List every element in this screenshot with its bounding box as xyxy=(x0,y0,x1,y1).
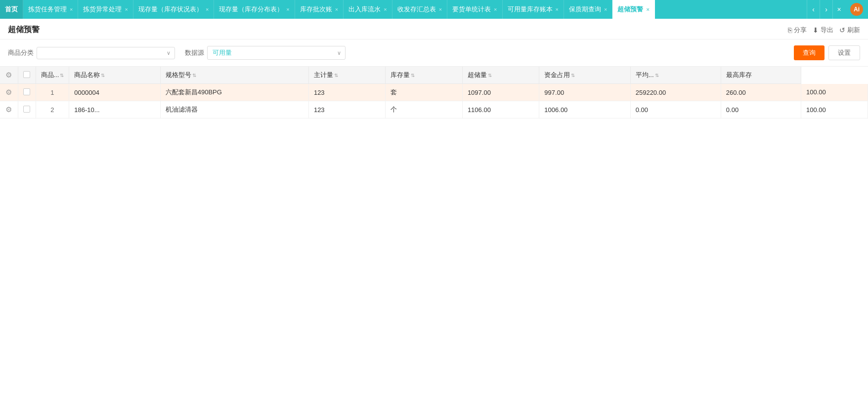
col-header-overstock[interactable]: 超储量⇅ xyxy=(462,67,539,84)
category-filter: 商品分类 ∨ xyxy=(8,47,175,59)
nav-close-exception-handle[interactable]: × xyxy=(125,6,128,12)
gear-icon[interactable]: ⚙ xyxy=(5,71,12,79)
col-header-unit[interactable]: 主计量⇅ xyxy=(308,67,385,84)
nav-item-batch-account[interactable]: 库存批次账× xyxy=(295,0,344,19)
nav-close-available-account[interactable]: × xyxy=(556,6,559,12)
page-content: 超储预警 ⎘ 分享 ⬇ 导出 ↺ 刷新 商品分类 ∨ 数据源 xyxy=(0,19,868,395)
nav-close-quality-check[interactable]: × xyxy=(604,6,607,12)
row-cb-0[interactable] xyxy=(23,88,30,95)
data-table: ⚙ 商品...⇅ 商品名称⇅ 规格型号⇅ 主计量⇅ xyxy=(0,67,868,118)
col-header-gear: ⚙ xyxy=(0,67,18,84)
query-button[interactable]: 查询 xyxy=(794,45,825,60)
row-spec-0: 123 xyxy=(308,84,385,101)
export-icon: ⬇ xyxy=(813,26,819,34)
col-header-stock[interactable]: 库存量⇅ xyxy=(386,67,462,84)
row-product-code-1: 186-10... xyxy=(69,101,160,118)
row-avg-1: 0.00 xyxy=(721,101,801,118)
row-avg-0: 260.00 xyxy=(721,84,801,101)
category-select[interactable]: ∨ xyxy=(37,47,175,59)
filter-bar: 商品分类 ∨ 数据源 可用量 ∨ 查询 设置 xyxy=(0,40,868,67)
nav-item-inout-flow[interactable]: 出入库流水× xyxy=(344,0,392,19)
nav-close-inventory-dist[interactable]: × xyxy=(286,6,289,12)
refresh-button[interactable]: ↺ 刷新 xyxy=(839,26,860,35)
refresh-icon: ↺ xyxy=(839,26,845,34)
nav-close-batch-account[interactable]: × xyxy=(335,6,338,12)
category-label: 商品分类 xyxy=(8,48,34,57)
nav-item-order-stats[interactable]: 要货单统计表× xyxy=(447,0,502,19)
row-stock-0: 1097.00 xyxy=(462,84,539,101)
nav-arrow-left[interactable]: ‹ xyxy=(807,0,820,19)
share-button[interactable]: ⎘ 分享 xyxy=(788,26,807,35)
nav-close-inventory-status[interactable]: × xyxy=(206,6,209,12)
table-row: ⚙ 1 0000004 六配套新昌490BPG 123 套 1097.00 99… xyxy=(0,84,868,101)
row-unit-1: 个 xyxy=(386,101,462,118)
row-index-0: 1 xyxy=(36,84,69,101)
col-header-checkbox xyxy=(18,67,36,84)
col-header-product-name[interactable]: 商品名称⇅ xyxy=(69,67,160,84)
datasource-label: 数据源 xyxy=(185,48,204,57)
row-checkbox-1[interactable] xyxy=(18,101,36,118)
row-spec-1: 123 xyxy=(308,101,385,118)
page-header: 超储预警 ⎘ 分享 ⬇ 导出 ↺ 刷新 xyxy=(0,19,868,40)
nav-item-available-account[interactable]: 可用量库存账本× xyxy=(503,0,564,19)
nav-arrow-right[interactable]: › xyxy=(820,0,832,19)
row-product-name-0: 六配套新昌490BPG xyxy=(160,84,308,101)
avatar[interactable]: Ai xyxy=(850,3,863,16)
share-icon: ⎘ xyxy=(788,26,792,34)
table-container: ⚙ 商品...⇅ 商品名称⇅ 规格型号⇅ 主计量⇅ xyxy=(0,67,868,118)
nav-close-collect-summary[interactable]: × xyxy=(439,6,442,12)
settings-button[interactable]: 设置 xyxy=(828,45,860,60)
nav-close-order-stats[interactable]: × xyxy=(494,6,497,12)
nav-item-collect-summary[interactable]: 收发存汇总表× xyxy=(392,0,447,19)
col-header-spec[interactable]: 规格型号⇅ xyxy=(160,67,308,84)
col-header-product-code[interactable]: 商品...⇅ xyxy=(36,67,69,84)
nav-item-exception-handle[interactable]: 拣货异常处理× xyxy=(78,0,133,19)
nav-item-task-mgmt[interactable]: 拣货任务管理× xyxy=(23,0,78,19)
col-header-avg[interactable]: 平均...⇅ xyxy=(630,67,721,84)
nav-arrow-close[interactable]: × xyxy=(832,0,845,19)
datasource-value: 可用量 xyxy=(213,48,232,57)
nav-item-quality-check[interactable]: 保质期查询× xyxy=(564,0,612,19)
gear-icon[interactable]: ⚙ xyxy=(5,105,12,114)
row-index-1: 2 xyxy=(36,101,69,118)
col-header-max-stock[interactable]: 最高库存 xyxy=(721,67,801,84)
datasource-select[interactable]: 可用量 ∨ xyxy=(207,46,346,60)
row-max-stock-1: 100.00 xyxy=(801,101,868,118)
gear-icon[interactable]: ⚙ xyxy=(5,88,12,96)
row-cb-1[interactable] xyxy=(23,106,30,113)
nav-bar: 首页拣货任务管理×拣货异常处理×现存量（库存状况表）×现存量（库存分布表）×库存… xyxy=(0,0,868,19)
datasource-chevron-icon: ∨ xyxy=(337,50,341,56)
row-overstock-0: 997.00 xyxy=(539,84,630,101)
row-stock-1: 1106.00 xyxy=(462,101,539,118)
datasource-filter: 数据源 可用量 ∨ xyxy=(185,46,346,60)
nav-item-overstock-warning[interactable]: 超储预警× xyxy=(612,0,654,19)
row-gear-1[interactable]: ⚙ xyxy=(0,101,18,118)
row-checkbox-0[interactable] xyxy=(18,84,36,101)
user-area: Ai xyxy=(845,3,868,16)
category-select-value xyxy=(41,49,43,57)
nav-close-task-mgmt[interactable]: × xyxy=(70,6,73,12)
row-product-code-0: 0000004 xyxy=(69,84,160,101)
filter-actions: 查询 设置 xyxy=(794,45,860,60)
nav-item-inventory-dist[interactable]: 现存量（库存分布表）× xyxy=(214,0,295,19)
nav-close-overstock-warning[interactable]: × xyxy=(646,6,649,12)
nav-item-home[interactable]: 首页 xyxy=(0,0,23,19)
row-overstock-1: 1006.00 xyxy=(539,101,630,118)
row-capital-1: 0.00 xyxy=(630,101,721,118)
nav-close-inout-flow[interactable]: × xyxy=(384,6,387,12)
header-actions: ⎘ 分享 ⬇ 导出 ↺ 刷新 xyxy=(788,26,860,35)
header-checkbox[interactable] xyxy=(23,71,30,78)
page-title: 超储预警 xyxy=(8,25,40,35)
nav-item-inventory-status[interactable]: 现存量（库存状况表）× xyxy=(133,0,214,19)
row-gear-0[interactable]: ⚙ xyxy=(0,84,18,101)
table-row: ⚙ 2 186-10... 机油滤清器 123 个 1106.00 1006.0… xyxy=(0,101,868,118)
table-header-row: ⚙ 商品...⇅ 商品名称⇅ 规格型号⇅ 主计量⇅ xyxy=(0,67,868,84)
row-capital-0: 259220.00 xyxy=(630,84,721,101)
row-max-stock-0: 100.00 xyxy=(801,84,868,101)
row-unit-0: 套 xyxy=(386,84,462,101)
chevron-down-icon: ∨ xyxy=(167,50,171,56)
row-product-name-1: 机油滤清器 xyxy=(160,101,308,118)
export-button[interactable]: ⬇ 导出 xyxy=(813,26,833,35)
col-header-capital[interactable]: 资金占用⇅ xyxy=(539,67,630,84)
nav-arrows: ‹ › × Ai xyxy=(807,0,868,19)
